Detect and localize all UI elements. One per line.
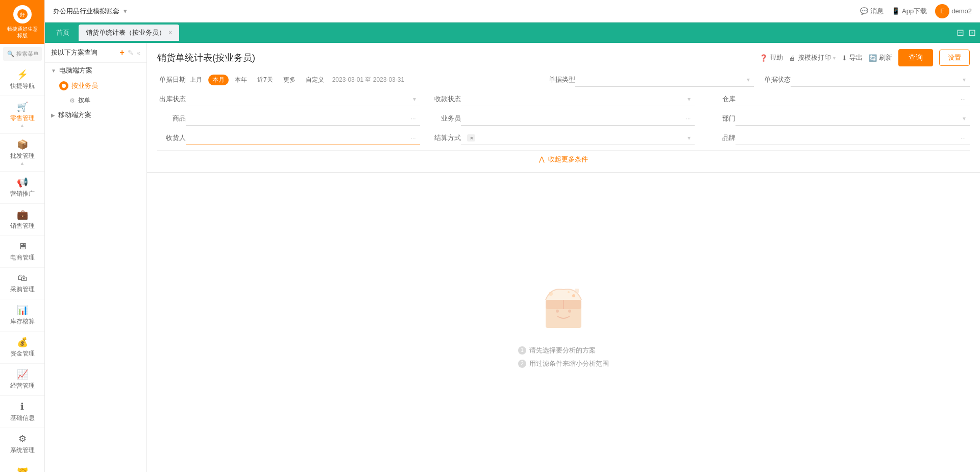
empty-state-icon bbox=[533, 274, 594, 336]
add-plan-button[interactable]: + bbox=[119, 48, 124, 57]
sidebar-item-basic[interactable]: ℹ 基础信息 bbox=[0, 396, 44, 428]
tab-sales-stat[interactable]: 销货单统计表（按业务员） × bbox=[79, 25, 179, 41]
tree-order-label: 按单 bbox=[78, 96, 90, 105]
sidebar-retail-label: 零售管理 bbox=[10, 114, 35, 123]
docstatus-field[interactable]: ▾ bbox=[791, 73, 970, 87]
tree-item-by-salesperson[interactable]: 按业务员 bbox=[45, 78, 146, 93]
sidebar-item-system[interactable]: ⚙ 系统管理 bbox=[0, 428, 44, 460]
sidebar-sales-label: 销售管理 bbox=[10, 222, 35, 230]
app-logo[interactable]: 好 畅捷通好生意 标版 bbox=[0, 0, 45, 44]
outstatus-field[interactable]: ▾ bbox=[186, 92, 420, 106]
docstatus-dropdown-icon: ▾ bbox=[963, 76, 966, 83]
sidebar-item-quicknav[interactable]: ⚡ 快捷导航 bbox=[0, 64, 44, 96]
settlement-close-icon[interactable]: × bbox=[470, 135, 473, 141]
filter-row-1: 单据日期 上月 本月 本年 近7天 更多 自定义 2023-03-01 至 20… bbox=[157, 73, 970, 87]
date-tabs: 上月 本月 本年 近7天 更多 自定义 2023-03-01 至 2023-03… bbox=[186, 75, 404, 85]
left-panel-actions: + ✎ « bbox=[119, 48, 140, 57]
dept-field[interactable]: ▾ bbox=[736, 111, 970, 126]
sidebar-item-wholesale[interactable]: 📦 批发管理 ▲ bbox=[0, 134, 44, 172]
enterprise-icon: 🤝 bbox=[17, 465, 28, 472]
date-tab-last7[interactable]: 近7天 bbox=[253, 75, 277, 85]
goods-more-icon: ··· bbox=[411, 115, 416, 122]
svg-point-6 bbox=[572, 294, 575, 297]
date-tab-more[interactable]: 更多 bbox=[279, 75, 300, 85]
goods-field[interactable]: ··· bbox=[186, 111, 420, 126]
main-area: 办公用品行业模拟账套 ▾ 💬 消息 📱 App下载 E demo2 首页 bbox=[45, 0, 980, 472]
settlement-tag[interactable]: × bbox=[467, 134, 475, 141]
tab-home[interactable]: 首页 bbox=[49, 25, 77, 41]
sidebar-item-sales[interactable]: 💼 销售管理 bbox=[0, 204, 44, 236]
warehouse-label: 仓库 bbox=[707, 95, 736, 104]
salesperson-label: 业务员 bbox=[432, 114, 461, 123]
tab-close-icon[interactable]: × bbox=[168, 29, 172, 36]
sidebar-quicknav-label: 快捷导航 bbox=[10, 82, 35, 90]
app-download-button[interactable]: 📱 App下载 bbox=[892, 7, 927, 16]
left-panel-header: 按以下方案查询 + ✎ « bbox=[45, 43, 146, 63]
export-button[interactable]: ⬇ 导出 bbox=[842, 53, 863, 62]
tip-num-2: 2 bbox=[518, 360, 526, 368]
tree-node-mobile-plan[interactable]: ▶ 移动端方案 bbox=[45, 107, 146, 123]
print-label: 按模板打印 bbox=[798, 53, 831, 62]
search-menu-button[interactable]: 🔍 搜索菜单 bbox=[3, 47, 42, 61]
edit-plan-button[interactable]: ✎ bbox=[128, 49, 134, 57]
warehouse-more-icon: ··· bbox=[961, 96, 966, 103]
query-button[interactable]: 查询 bbox=[898, 49, 933, 66]
brand-field[interactable]: ··· bbox=[736, 131, 970, 145]
purchase-icon: 🛍 bbox=[18, 273, 27, 284]
receiptstatus-field[interactable]: ▾ bbox=[461, 92, 695, 106]
collapse-button[interactable]: ⋀ 收起更多条件 bbox=[157, 150, 970, 168]
svg-point-9 bbox=[568, 310, 571, 313]
salesperson-field[interactable]: ··· bbox=[461, 111, 695, 126]
top-title-dropdown-icon[interactable]: ▾ bbox=[124, 7, 127, 15]
empty-tips: 1 请先选择要分析的方案 2 用过滤条件来缩小分析范围 bbox=[518, 344, 609, 370]
sidebar-item-operation[interactable]: 📈 经营管理 bbox=[0, 364, 44, 396]
settlement-label: 结算方式 bbox=[432, 133, 461, 143]
help-icon: ❓ bbox=[760, 54, 768, 62]
date-tab-thisyear[interactable]: 本年 bbox=[231, 75, 251, 85]
inventory-icon: 📊 bbox=[17, 304, 28, 316]
tab-maximize-icon[interactable]: ⊡ bbox=[968, 27, 976, 38]
settlement-field[interactable]: × ▾ bbox=[461, 131, 695, 145]
sidebar-item-marketing[interactable]: 📢 营销推广 bbox=[0, 172, 44, 204]
sidebar-operation-label: 经营管理 bbox=[10, 382, 35, 390]
date-tab-thismonth[interactable]: 本月 bbox=[208, 75, 229, 85]
help-button[interactable]: ❓ 帮助 bbox=[760, 53, 783, 62]
sidebar-item-purchase[interactable]: 🛍 采购管理 bbox=[0, 268, 44, 299]
settings-button[interactable]: 设置 bbox=[939, 50, 970, 66]
doctype-field[interactable]: ▾ bbox=[575, 73, 754, 87]
sidebar-inventory-label: 库存核算 bbox=[10, 317, 35, 326]
warehouse-field[interactable]: ··· bbox=[736, 92, 970, 106]
top-bar-left: 办公用品行业模拟账套 ▾ bbox=[53, 7, 127, 16]
message-button[interactable]: 💬 消息 bbox=[860, 7, 884, 16]
sidebar-item-inventory[interactable]: 📊 库存核算 bbox=[0, 299, 44, 332]
sidebar-item-finance[interactable]: 💰 资金管理 bbox=[0, 332, 44, 364]
tree-node-pc-plan[interactable]: ▼ 电脑端方案 bbox=[45, 63, 146, 78]
collapse-panel-button[interactable]: « bbox=[137, 49, 140, 57]
date-label: 单据日期 bbox=[157, 75, 186, 84]
doctype-label: 单据类型 bbox=[547, 75, 575, 84]
sidebar-item-retail[interactable]: 🛒 零售管理 ▲ bbox=[0, 96, 44, 134]
date-tab-custom[interactable]: 自定义 bbox=[302, 75, 328, 85]
tab-collapse-icon[interactable]: ⊟ bbox=[957, 27, 964, 38]
user-avatar-button[interactable]: E demo2 bbox=[935, 4, 972, 18]
receiver-field[interactable]: ··· bbox=[186, 131, 420, 145]
export-icon: ⬇ bbox=[842, 54, 847, 62]
print-button[interactable]: 🖨 按模板打印 ▾ bbox=[789, 53, 836, 62]
tree-item-by-order[interactable]: ⚙ 按单 bbox=[45, 93, 146, 107]
refresh-button[interactable]: 🔄 刷新 bbox=[869, 53, 892, 62]
avatar: E bbox=[935, 4, 949, 18]
sidebar-ecommerce-label: 电商管理 bbox=[10, 253, 35, 262]
sidebar-wholesale-label: 批发管理 bbox=[10, 152, 35, 160]
sidebar-item-enterprise[interactable]: 🤝 企业协同 bbox=[0, 460, 44, 472]
tab-bar: 首页 销货单统计表（按业务员） × ⊟ ⊡ bbox=[45, 22, 980, 43]
settings-small-icon: ⚙ bbox=[69, 97, 75, 104]
empty-state: 1 请先选择要分析的方案 2 用过滤条件来缩小分析范围 bbox=[147, 173, 980, 472]
filter-row-3: 商品 ··· 业务员 ··· 部门 bbox=[157, 111, 970, 126]
sidebar-item-ecommerce[interactable]: 🖥 电商管理 bbox=[0, 236, 44, 268]
sidebar-basic-label: 基础信息 bbox=[10, 414, 35, 422]
date-tab-lastmonth[interactable]: 上月 bbox=[186, 75, 206, 85]
receiver-more-icon: ··· bbox=[411, 134, 416, 141]
filter-row-4: 收货人 ··· 结算方式 × ▾ bbox=[157, 131, 970, 145]
empty-tip-1: 1 请先选择要分析的方案 bbox=[518, 344, 609, 357]
svg-point-7 bbox=[568, 291, 570, 293]
